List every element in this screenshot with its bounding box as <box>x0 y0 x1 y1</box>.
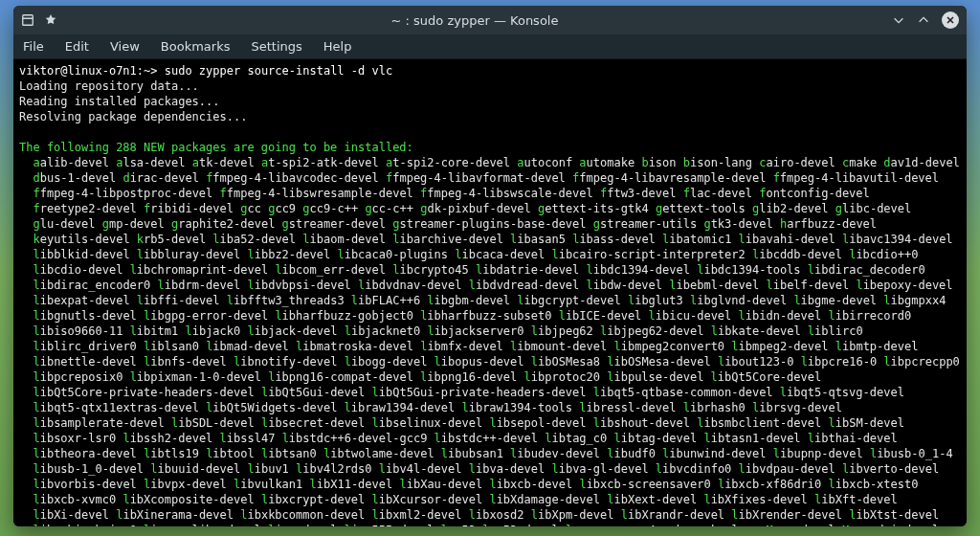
menu-edit[interactable]: Edit <box>65 39 89 54</box>
menu-help[interactable]: Help <box>323 39 352 54</box>
close-icon[interactable] <box>942 11 959 29</box>
maximize-icon[interactable] <box>917 13 930 27</box>
titlebar: ~ : sudo zypper — Konsole <box>13 6 967 34</box>
menu-view[interactable]: View <box>110 39 140 54</box>
menu-settings[interactable]: Settings <box>251 39 301 54</box>
pin-icon[interactable] <box>44 13 57 27</box>
terminal-output[interactable]: viktor@linux-o7n1:~> sudo zypper source-… <box>13 59 967 526</box>
menu-file[interactable]: File <box>23 39 44 54</box>
svg-rect-0 <box>23 15 33 26</box>
konsole-window: ~ : sudo zypper — Konsole File Edit View… <box>13 6 967 526</box>
app-menu-icon[interactable] <box>21 13 34 27</box>
menu-bookmarks[interactable]: Bookmarks <box>161 39 231 54</box>
minimize-icon[interactable] <box>892 13 905 27</box>
menubar: File Edit View Bookmarks Settings Help <box>13 34 967 59</box>
window-title: ~ : sudo zypper — Konsole <box>57 13 892 28</box>
